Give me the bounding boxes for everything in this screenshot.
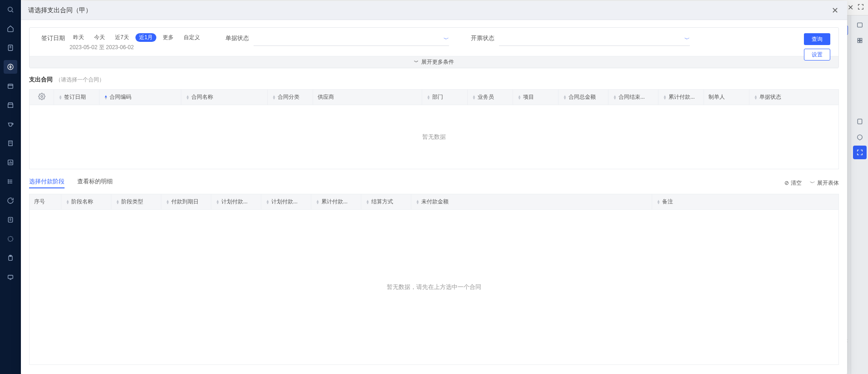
expand-body-label: 展开表体 <box>817 179 839 187</box>
chevron-down-icon: ﹀ <box>684 35 690 43</box>
contract-section-title-text: 支出合同 <box>29 76 53 84</box>
tab-select-stage[interactable]: 选择付款阶段 <box>29 177 65 188</box>
double-chevron-down-icon: ︾ <box>414 59 419 66</box>
th-contract-code[interactable]: ▲▼合同编码 <box>100 90 181 105</box>
th-status[interactable]: ▲▼单据状态 <box>749 90 838 105</box>
chevron-down-icon: ﹀ <box>444 35 449 43</box>
contract-table: ▲▼签订日期 ▲▼合同编码 ▲▼合同名称 ▲▼合同分类 供应商 ▲▼部门 ▲▼业… <box>29 89 839 169</box>
modal-title: 请选择支出合同（甲） <box>28 6 92 15</box>
filter-actions: 查询 设置 <box>804 33 830 61</box>
filter-sign-date: 签订日期 昨天 今天 近7天 近1月 更多 自定义 2023-05-02 至 <box>38 33 204 51</box>
th-salesman[interactable]: ▲▼业务员 <box>468 90 513 105</box>
clear-button[interactable]: ⊘ 清空 <box>784 179 802 187</box>
th-project[interactable]: ▲▼项目 <box>513 90 559 105</box>
sth-stage-name[interactable]: ▲▼阶段名称 <box>61 194 111 209</box>
clear-label: 清空 <box>791 179 802 187</box>
sth-settle[interactable]: ▲▼结算方式 <box>361 194 411 209</box>
th-category[interactable]: ▲▼合同分类 <box>268 90 313 105</box>
stage-tabs: 选择付款阶段 查看标的明细 <box>29 177 113 188</box>
sth-due-date[interactable]: ▲▼付款到期日 <box>161 194 211 209</box>
th-creator[interactable]: 制单人 <box>704 90 749 105</box>
stage-tabs-row: 选择付款阶段 查看标的明细 ⊘ 清空 ﹀ 展开表体 <box>29 177 839 188</box>
date-pill-7d[interactable]: 近7天 <box>111 33 133 42</box>
contract-table-empty: 暂无数据 <box>30 105 838 169</box>
query-button[interactable]: 查询 <box>804 33 830 45</box>
filter-doc-status-label: 单据状态 <box>222 33 249 42</box>
stage-tabs-actions: ⊘ 清空 ﹀ 展开表体 <box>784 179 839 187</box>
filter-invoice-status-label: 开票状态 <box>467 33 494 42</box>
th-contract-end[interactable]: ▲▼合同结束... <box>609 90 658 105</box>
modal-close-button[interactable]: ✕ <box>830 5 840 15</box>
filter-doc-status: 单据状态 ﹀ <box>222 33 449 46</box>
th-cum-pay[interactable]: ▲▼累计付款... <box>658 90 704 105</box>
filter-invoice-status-select[interactable]: ﹀ <box>499 33 690 46</box>
sth-remark[interactable]: ▲▼备注 <box>652 194 838 209</box>
filter-sign-date-label: 签订日期 <box>38 33 65 42</box>
sth-unpaid[interactable]: ▲▼未付款金额 <box>411 194 652 209</box>
close-icon: ✕ <box>832 5 838 15</box>
sth-plan-pay2[interactable]: ▲▼计划付款... <box>261 194 311 209</box>
date-pill-today[interactable]: 今天 <box>90 33 109 42</box>
th-supplier[interactable]: 供应商 <box>313 90 422 105</box>
expand-conditions-label: 展开更多条件 <box>421 58 454 66</box>
tab-view-details[interactable]: 查看标的明细 <box>77 177 113 188</box>
th-contract-name[interactable]: ▲▼合同名称 <box>181 90 268 105</box>
stage-table-empty: 暂无数据，请先在上方选中一个合同 <box>30 210 838 364</box>
filter-card: 签订日期 昨天 今天 近7天 近1月 更多 自定义 2023-05-02 至 <box>29 27 839 68</box>
settings-button[interactable]: 设置 <box>804 49 830 61</box>
th-dept[interactable]: ▲▼部门 <box>422 90 468 105</box>
contract-section-title: 支出合同 （请选择一个合同） <box>29 76 839 84</box>
th-sign-date[interactable]: ▲▼签订日期 <box>54 90 100 105</box>
stage-table: 序号 ▲▼阶段名称 ▲▼阶段类型 ▲▼付款到期日 ▲▼计划付款... ▲▼计划付… <box>29 194 839 365</box>
date-from: 2023-05-02 <box>70 44 97 51</box>
filter-doc-status-select[interactable]: ﹀ <box>254 33 449 46</box>
contract-table-head: ▲▼签订日期 ▲▼合同编码 ▲▼合同名称 ▲▼合同分类 供应商 ▲▼部门 ▲▼业… <box>30 90 838 105</box>
date-to: 2023-06-02 <box>106 44 134 51</box>
modal-body: 签订日期 昨天 今天 近7天 近1月 更多 自定义 2023-05-02 至 <box>21 20 847 374</box>
sth-stage-type[interactable]: ▲▼阶段类型 <box>111 194 161 209</box>
contract-section-hint: （请选择一个合同） <box>55 76 105 84</box>
expand-conditions-button[interactable]: ︾ 展开更多条件 <box>30 56 838 68</box>
date-pill-custom[interactable]: 自定义 <box>180 33 204 42</box>
date-quick-picks: 昨天 今天 近7天 近1月 更多 自定义 <box>70 33 204 42</box>
modal-header: 请选择支出合同（甲） ✕ <box>21 1 847 20</box>
sth-plan-pay1[interactable]: ▲▼计划付款... <box>211 194 261 209</box>
sth-cum-pay[interactable]: ▲▼累计付款... <box>311 194 361 209</box>
filter-invoice-status: 开票状态 ﹀ <box>467 33 690 46</box>
svg-point-35 <box>41 96 43 97</box>
date-range-display: 2023-05-02 至 2023-06-02 <box>70 44 204 51</box>
th-gear[interactable] <box>30 90 54 105</box>
date-pill-1m[interactable]: 近1月 <box>135 33 157 42</box>
sth-index[interactable]: 序号 <box>30 194 61 209</box>
date-pill-yesterday[interactable]: 昨天 <box>70 33 88 42</box>
date-pill-more[interactable]: 更多 <box>159 33 177 42</box>
stage-table-head: 序号 ▲▼阶段名称 ▲▼阶段类型 ▲▼付款到期日 ▲▼计划付款... ▲▼计划付… <box>30 194 838 210</box>
clear-icon: ⊘ <box>784 180 789 186</box>
date-word: 至 <box>99 44 105 51</box>
expand-body-button[interactable]: ﹀ 展开表体 <box>810 179 839 187</box>
select-contract-modal: 请选择支出合同（甲） ✕ 签订日期 昨天 今天 近7天 近1月 更多 <box>21 1 847 374</box>
gear-icon <box>38 93 45 101</box>
chevron-down-icon: ﹀ <box>810 179 815 187</box>
th-total-amount[interactable]: ▲▼合同总金额 <box>559 90 609 105</box>
